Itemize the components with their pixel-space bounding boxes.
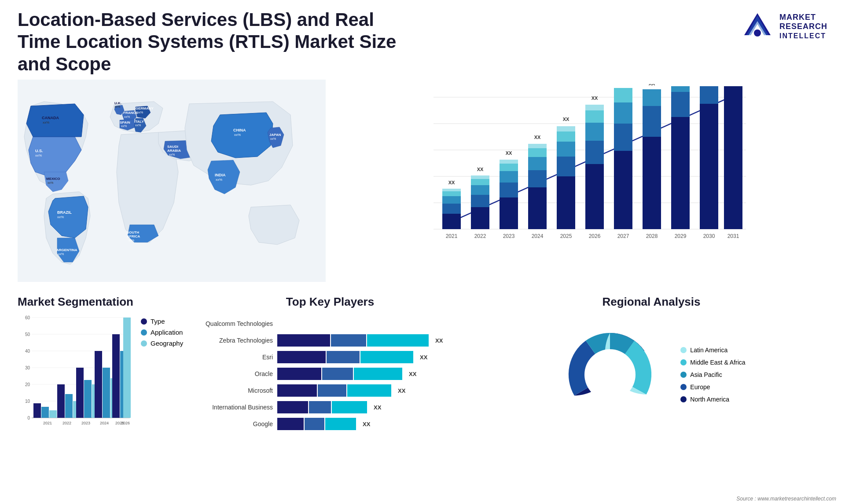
svg-text:2021: 2021: [43, 421, 52, 425]
svg-text:GERMANY: GERMANY: [136, 106, 154, 110]
svg-text:xx%: xx%: [135, 124, 141, 127]
regional-section: Regional Analysis: [475, 295, 827, 471]
svg-text:40: 40: [25, 349, 30, 354]
svg-text:2029: 2029: [675, 233, 687, 239]
player-qualcomm: Qualcomm Technologies: [194, 318, 467, 330]
svg-text:2027: 2027: [617, 233, 629, 239]
svg-rect-99: [671, 92, 690, 117]
svg-rect-73: [557, 157, 575, 176]
svg-text:10: 10: [25, 399, 30, 404]
esri-value: XX: [420, 354, 427, 361]
svg-rect-44: [442, 214, 461, 229]
svg-rect-48: [442, 189, 461, 191]
legend-asia-pacific: Asia Pacific: [680, 371, 745, 378]
svg-rect-74: [557, 142, 575, 157]
microsoft-seg3: [347, 384, 391, 397]
microsoft-seg1: [277, 384, 317, 397]
svg-rect-103: [700, 104, 718, 229]
svg-text:BRAZIL: BRAZIL: [57, 210, 72, 215]
logo-icon: [740, 9, 775, 44]
svg-text:ITALY: ITALY: [134, 120, 144, 124]
player-oracle: Oracle XX: [194, 368, 467, 380]
svg-text:XX: XX: [649, 84, 655, 86]
svg-text:2023: 2023: [503, 233, 515, 239]
player-oracle-name: Oracle: [194, 370, 273, 377]
svg-rect-61: [500, 164, 518, 171]
svg-rect-134: [84, 380, 92, 418]
svg-text:FRANCE: FRANCE: [123, 111, 138, 115]
north-america-label: North America: [690, 396, 729, 403]
application-dot: [141, 329, 147, 336]
svg-text:xx%: xx%: [124, 115, 130, 118]
player-google: Google XX: [194, 418, 467, 430]
svg-text:xx%: xx%: [121, 124, 127, 128]
logo-area: MARKET RESEARCH INTELLECT: [740, 9, 827, 44]
svg-text:SOUTH: SOUTH: [127, 230, 139, 234]
svg-text:0: 0: [27, 416, 30, 420]
latin-america-label: Latin America: [690, 347, 727, 354]
svg-text:2026: 2026: [121, 421, 130, 425]
zebra-seg1: [277, 334, 330, 347]
svg-rect-66: [528, 170, 547, 187]
svg-rect-130: [65, 394, 73, 418]
svg-text:AFRICA: AFRICA: [127, 234, 140, 238]
svg-text:SAUDI: SAUDI: [167, 145, 178, 149]
north-america-dot: [680, 396, 687, 402]
ibm-seg1: [277, 401, 308, 413]
esri-seg3: [360, 351, 413, 363]
asia-dot: [680, 372, 687, 378]
svg-text:XX: XX: [620, 84, 627, 85]
player-microsoft-bar: [277, 384, 391, 397]
key-players-section: Top Key Players Qualcomm Technologies Ze…: [194, 295, 467, 471]
geography-dot: [141, 340, 147, 347]
top-row: CANADA xx% U.S. xx% MEXICO xx% BRAZIL xx…: [18, 80, 827, 286]
svg-rect-82: [585, 110, 604, 123]
svg-text:XX: XX: [563, 117, 569, 122]
svg-rect-98: [671, 117, 690, 229]
svg-rect-60: [500, 171, 518, 183]
legend-europe: Europe: [680, 383, 745, 391]
svg-text:2023: 2023: [81, 421, 90, 425]
svg-text:JAPAN: JAPAN: [269, 133, 281, 137]
svg-text:2021: 2021: [446, 233, 458, 239]
legend-geography-label: Geography: [151, 340, 183, 347]
svg-rect-76: [557, 126, 575, 131]
svg-text:2022: 2022: [62, 421, 71, 425]
svg-rect-125: [33, 403, 41, 418]
svg-rect-52: [471, 195, 489, 207]
svg-rect-69: [528, 144, 547, 148]
ibm-value: XX: [374, 404, 381, 411]
oracle-value: XX: [409, 371, 416, 377]
player-qualcomm-name: Qualcomm Technologies: [194, 320, 273, 327]
svg-text:2030: 2030: [703, 233, 715, 239]
svg-text:XX: XX: [534, 135, 541, 140]
player-zebra-name: Zebra Technologies: [194, 337, 273, 344]
svg-text:U.K.: U.K.: [114, 101, 121, 105]
oracle-seg3: [354, 368, 402, 380]
svg-rect-126: [41, 407, 49, 418]
oracle-seg1: [277, 368, 321, 380]
donut-container: Latin America Middle East & Africa Asia …: [475, 313, 827, 436]
svg-rect-54: [471, 179, 489, 185]
svg-rect-65: [528, 187, 547, 229]
growth-chart-svg: XX 2021 XX 2022: [339, 84, 827, 278]
svg-rect-141: [112, 334, 120, 418]
svg-text:U.S.: U.S.: [35, 149, 43, 153]
svg-text:ARGENTINA: ARGENTINA: [56, 248, 77, 252]
svg-text:xx%: xx%: [43, 121, 49, 124]
oracle-seg2: [322, 368, 353, 380]
svg-text:XX: XX: [506, 150, 512, 156]
svg-point-146: [584, 349, 636, 400]
player-esri: Esri XX: [194, 351, 467, 363]
legend-application: Application: [141, 329, 183, 336]
svg-rect-81: [585, 123, 604, 141]
type-dot: [141, 318, 147, 325]
legend-geography: Geography: [141, 340, 183, 347]
svg-rect-107: [724, 86, 742, 229]
svg-rect-127: [49, 410, 57, 418]
legend-application-label: Application: [151, 329, 183, 336]
svg-text:50: 50: [25, 332, 30, 337]
svg-text:2028: 2028: [646, 233, 658, 239]
esri-seg2: [327, 351, 360, 363]
svg-rect-67: [528, 157, 547, 170]
